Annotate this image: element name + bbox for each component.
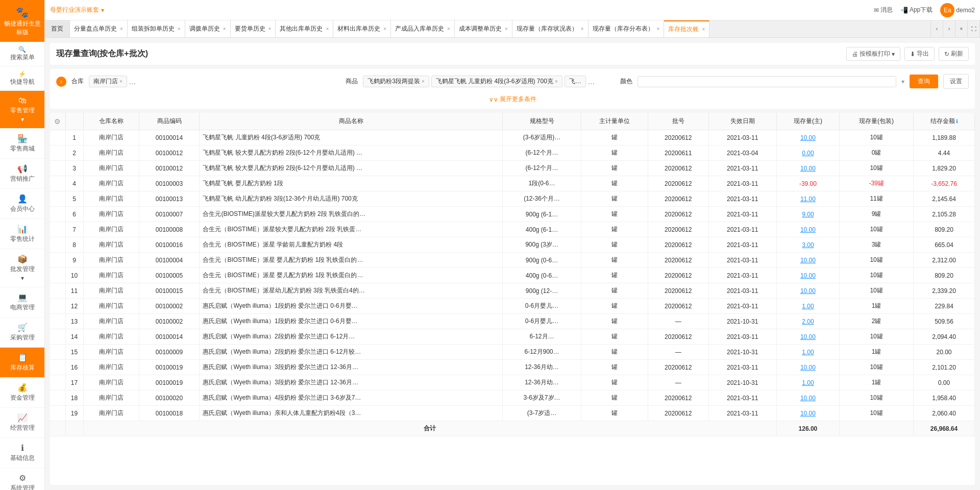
td-stock-main-5[interactable]: 9.00 — [776, 207, 839, 222]
tab-close-split[interactable]: × — [120, 26, 123, 32]
td-expire-14: 2021-10-31 — [708, 345, 776, 360]
product-tag-1-close[interactable]: × — [555, 79, 558, 84]
tab-req-history[interactable]: 要货单历史 × — [231, 20, 276, 37]
td-stock-main-2[interactable]: 10.00 — [776, 161, 839, 176]
export-button[interactable]: ⬇ 导出 — [904, 47, 935, 61]
product-tag-0-close[interactable]: × — [422, 79, 425, 84]
tab-close-req[interactable]: × — [268, 26, 272, 32]
sidebar-item-basic[interactable]: ℹ 基础信息 — [0, 438, 44, 468]
expand-more-button[interactable]: ∨∨ 展开更多条件 — [489, 95, 536, 104]
tab-other-out-history[interactable]: 其他出库单历史 × — [276, 20, 333, 37]
tab-mix-history[interactable]: 调拨单历史 × — [185, 20, 231, 37]
tab-inventory-batch[interactable]: 库存批次账 × — [664, 20, 709, 37]
td-spec-7: 900g (3岁… — [502, 237, 581, 253]
sidebar-item-system[interactable]: ⚙ 系统管理 — [0, 468, 44, 490]
tab-disassemble-history[interactable]: 组装拆卸单历史 × — [128, 20, 185, 37]
tab-close-other-out[interactable]: × — [326, 26, 329, 32]
td-stock-main-0[interactable]: 10.00 — [776, 130, 839, 145]
settings-button[interactable]: 设置 — [943, 74, 969, 89]
user-menu[interactable]: Ea demo2 — [940, 3, 975, 17]
expand-chevron-icon: ∨∨ — [489, 96, 498, 103]
td-stock-main-6[interactable]: 10.00 — [776, 222, 839, 237]
search-label: 搜索菜单 — [3, 53, 42, 62]
tab-home[interactable]: 首页 — [45, 20, 70, 37]
filter-expand-button[interactable]: › — [56, 77, 66, 87]
warehouse-tag-0-close[interactable]: × — [119, 79, 122, 84]
th-settings[interactable]: ⚙ — [50, 113, 65, 130]
stock-amount-info-icon[interactable]: ℹ — [956, 118, 958, 124]
export-label: 导出 — [917, 50, 929, 58]
query-button[interactable]: 查询 — [910, 75, 938, 88]
tab-prev-button[interactable]: ‹ — [931, 20, 943, 37]
td-product-code-3: 00100003 — [139, 176, 200, 191]
td-settings-12 — [50, 314, 65, 329]
tab-next-button[interactable]: › — [943, 20, 955, 37]
sidebar-item-retail-mall[interactable]: 🏪 零售商城 — [0, 129, 44, 159]
product-more[interactable]: ... — [588, 77, 595, 86]
td-stock-main-16[interactable]: 1.00 — [776, 375, 839, 390]
sidebar-item-purchase[interactable]: 🛒 采购管理 — [0, 317, 44, 348]
warehouse-more[interactable]: ... — [129, 77, 136, 86]
table-row: 4 南岸门店 00100003 飞鹤星飞帆 婴儿配方奶粉 1段 1段(0-6… … — [50, 176, 975, 191]
tab-inventory-dist[interactable]: 现存量（库存分布表） × — [589, 20, 665, 37]
tab-fullscreen-button[interactable]: ⛶ — [968, 20, 980, 37]
tab-cost-adjust[interactable]: 成本调整单历史 × — [455, 20, 512, 37]
td-stock-main-3[interactable]: -39.00 — [776, 176, 839, 191]
product-tag-1[interactable]: 飞鹤星飞帆 儿童奶粉 4段(3-6岁适用) 700克 × — [431, 76, 562, 87]
td-stock-main-7[interactable]: 3.00 — [776, 237, 839, 253]
sidebar-item-ecommerce[interactable]: 💻 电商管理 — [0, 287, 44, 317]
tab-close-all-button[interactable]: × — [955, 20, 968, 37]
tab-close-material-out[interactable]: × — [383, 26, 386, 32]
brand-selector[interactable]: 母婴行业演示账套 ▾ — [50, 6, 104, 14]
tab-split-history[interactable]: 分量盘点单历史 × — [70, 20, 128, 37]
sidebar-search[interactable]: 🔍 搜索菜单 — [0, 42, 44, 66]
page-actions: 🖨 按模板打印 ▾ ⬇ 导出 ↻ 刷新 — [846, 47, 969, 61]
td-index-16: 17 — [65, 375, 83, 390]
product-tag-2[interactable]: 飞… — [565, 76, 586, 87]
template-print-button[interactable]: 🖨 按模板打印 ▾ — [846, 47, 900, 61]
refresh-button[interactable]: ↻ 刷新 — [939, 47, 969, 61]
td-stock-main-13[interactable]: 10.00 — [776, 329, 839, 345]
td-stock-main-14[interactable]: 1.00 — [776, 345, 839, 360]
tab-inventory-status[interactable]: 现存量（库存状况表） × — [512, 20, 589, 37]
td-stock-main-1[interactable]: 0.00 — [776, 145, 839, 161]
sidebar-shortcut[interactable]: ⚡ 快捷导航 — [0, 66, 44, 91]
sidebar-item-retail-stats[interactable]: 📊 零售统计 — [0, 219, 44, 249]
tab-close-disassemble[interactable]: × — [178, 26, 181, 32]
sidebar-item-retail-mgmt[interactable]: 🛍 零售管理 ▾ — [0, 91, 44, 129]
td-stock-main-4[interactable]: 11.00 — [776, 191, 839, 207]
product-tag-0[interactable]: 飞鹤奶粉3段两提装 × — [363, 76, 429, 87]
tab-close-cost-adjust[interactable]: × — [505, 26, 508, 32]
app-download-button[interactable]: 📲 App下载 — [900, 6, 933, 14]
td-stock-main-10[interactable]: 10.00 — [776, 283, 839, 299]
td-stock-main-11[interactable]: 1.00 — [776, 299, 839, 314]
tab-close-inventory-status[interactable]: × — [581, 26, 584, 32]
color-arrow-icon[interactable]: ▾ — [901, 78, 904, 85]
sidebar-item-wholesale[interactable]: 📦 批发管理 ▾ — [0, 249, 44, 287]
tab-close-inventory-batch[interactable]: × — [702, 27, 705, 32]
color-filter-input[interactable] — [638, 76, 896, 87]
td-stock-main-18[interactable]: 10.00 — [776, 406, 839, 421]
column-settings-icon[interactable]: ⚙ — [54, 117, 61, 126]
tab-close-mix[interactable]: × — [223, 26, 226, 32]
td-stock-main-17[interactable]: 10.00 — [776, 390, 839, 406]
td-stock-main-9[interactable]: 10.00 — [776, 268, 839, 283]
sidebar-item-ops[interactable]: 📈 经营管理 — [0, 408, 44, 438]
sidebar-item-inventory[interactable]: 📋 库存核算 — [0, 348, 44, 378]
sidebar-item-marketing[interactable]: 📢 营销推广 — [0, 159, 44, 189]
sidebar-item-finance[interactable]: 💰 资金管理 — [0, 378, 44, 408]
tab-product-in[interactable]: 产成品入库单历史 × — [391, 20, 455, 37]
td-stock-main-8[interactable]: 10.00 — [776, 253, 839, 268]
td-stock-pkg-9: 10罐 — [840, 268, 914, 283]
warehouse-tag-0[interactable]: 南岸门店 × — [89, 76, 127, 87]
summary-stock-main: 126.00 — [776, 421, 839, 436]
tab-close-product-in[interactable]: × — [447, 26, 450, 32]
td-stock-main-15[interactable]: 10.00 — [776, 360, 839, 375]
td-stock-amount-14: 20.00 — [914, 345, 975, 360]
sidebar-item-member[interactable]: 👤 会员中心 — [0, 189, 44, 219]
sidebar-logo[interactable]: 🐾 畅捷通好生意 标版 — [0, 0, 44, 42]
tab-close-inventory-dist[interactable]: × — [657, 26, 660, 32]
message-button[interactable]: ✉ 消息 — [874, 6, 893, 14]
tab-material-out[interactable]: 材料出库单历史 × — [333, 20, 391, 37]
td-stock-main-12[interactable]: 2.00 — [776, 314, 839, 329]
